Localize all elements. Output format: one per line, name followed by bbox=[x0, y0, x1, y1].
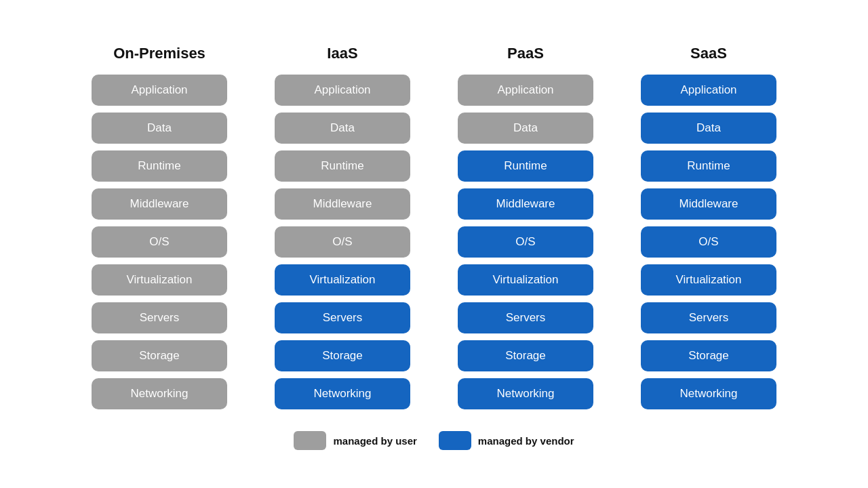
pill-on-premises-data: Data bbox=[92, 113, 227, 144]
pill-saas-application: Application bbox=[641, 75, 776, 106]
pill-iaas-application: Application bbox=[275, 75, 410, 106]
pill-on-premises-o-s: O/S bbox=[92, 226, 227, 258]
pill-on-premises-runtime: Runtime bbox=[92, 150, 227, 182]
pill-saas-virtualization: Virtualization bbox=[641, 264, 776, 296]
pill-on-premises-application: Application bbox=[92, 75, 227, 106]
pill-on-premises-virtualization: Virtualization bbox=[92, 264, 227, 296]
pill-iaas-servers: Servers bbox=[275, 302, 410, 333]
column-saas: SaaSApplicationDataRuntimeMiddlewareO/SV… bbox=[617, 45, 800, 416]
legend-label-vendor: managed by vendor bbox=[478, 435, 574, 447]
pill-paas-networking: Networking bbox=[458, 378, 593, 409]
main-container: On-PremisesApplicationDataRuntimeMiddlew… bbox=[0, 31, 868, 457]
pill-on-premises-storage: Storage bbox=[92, 340, 227, 371]
pill-on-premises-servers: Servers bbox=[92, 302, 227, 333]
pill-saas-storage: Storage bbox=[641, 340, 776, 371]
legend-item-vendor: managed by vendor bbox=[439, 431, 574, 450]
pill-saas-middleware: Middleware bbox=[641, 188, 776, 220]
pill-paas-virtualization: Virtualization bbox=[458, 264, 593, 296]
pill-iaas-middleware: Middleware bbox=[275, 188, 410, 220]
pill-paas-servers: Servers bbox=[458, 302, 593, 333]
pill-iaas-data: Data bbox=[275, 113, 410, 144]
pill-saas-o-s: O/S bbox=[641, 226, 776, 258]
legend-swatch-user bbox=[294, 431, 326, 450]
pill-saas-servers: Servers bbox=[641, 302, 776, 333]
legend-swatch-vendor bbox=[439, 431, 471, 450]
pill-paas-data: Data bbox=[458, 113, 593, 144]
legend-item-user: managed by user bbox=[294, 431, 416, 450]
pill-on-premises-middleware: Middleware bbox=[92, 188, 227, 220]
pill-saas-networking: Networking bbox=[641, 378, 776, 409]
pill-iaas-virtualization: Virtualization bbox=[275, 264, 410, 296]
column-header-on-premises: On-Premises bbox=[113, 45, 205, 62]
pill-paas-storage: Storage bbox=[458, 340, 593, 371]
column-paas: PaaSApplicationDataRuntimeMiddlewareO/SV… bbox=[434, 45, 617, 416]
pill-saas-runtime: Runtime bbox=[641, 150, 776, 182]
column-header-saas: SaaS bbox=[690, 45, 727, 62]
pill-paas-application: Application bbox=[458, 75, 593, 106]
pill-iaas-runtime: Runtime bbox=[275, 150, 410, 182]
pill-on-premises-networking: Networking bbox=[92, 378, 227, 409]
pill-iaas-networking: Networking bbox=[275, 378, 410, 409]
column-iaas: IaaSApplicationDataRuntimeMiddlewareO/SV… bbox=[251, 45, 434, 416]
column-on-premises: On-PremisesApplicationDataRuntimeMiddlew… bbox=[68, 45, 251, 416]
pill-paas-middleware: Middleware bbox=[458, 188, 593, 220]
pill-paas-runtime: Runtime bbox=[458, 150, 593, 182]
legend: managed by user managed by vendor bbox=[294, 431, 574, 450]
column-header-paas: PaaS bbox=[507, 45, 544, 62]
columns-wrapper: On-PremisesApplicationDataRuntimeMiddlew… bbox=[27, 45, 841, 416]
pill-iaas-o-s: O/S bbox=[275, 226, 410, 258]
pill-iaas-storage: Storage bbox=[275, 340, 410, 371]
pill-paas-o-s: O/S bbox=[458, 226, 593, 258]
legend-label-user: managed by user bbox=[333, 435, 416, 447]
column-header-iaas: IaaS bbox=[327, 45, 357, 62]
pill-saas-data: Data bbox=[641, 113, 776, 144]
